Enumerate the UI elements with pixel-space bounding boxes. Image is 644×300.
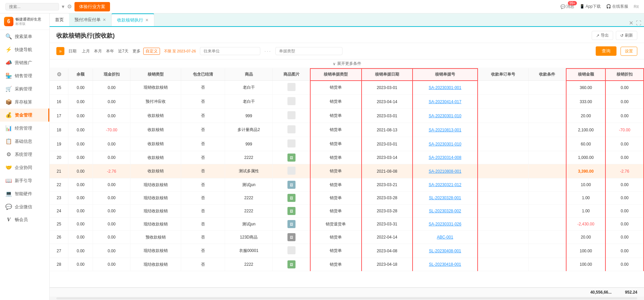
td-verify-no[interactable]: SL-20230408-001 [413, 244, 478, 258]
headset-icon: 🎧 [606, 4, 611, 9]
query-btn[interactable]: 查询 [596, 46, 616, 56]
td-no: 28 [50, 258, 68, 271]
td-no: 26 [50, 231, 68, 244]
verify-no-link[interactable]: SL-20230418-001 [429, 262, 461, 267]
td-goods: 999 [225, 109, 273, 123]
app-download[interactable]: 📱 App下载 [580, 4, 601, 9]
verify-no-link[interactable]: SA-20210808-001 [429, 169, 461, 174]
date-more[interactable]: 更多 [131, 48, 142, 55]
sidebar-item-label: 经营管理 [15, 125, 32, 131]
sidebar-item-wechat[interactable]: 💬 企业微信 [0, 200, 49, 213]
sidebar-item-enterprise[interactable]: 🤝 企业协同 [0, 161, 49, 174]
sidebar-item-search-menu[interactable]: 🔍 搜索菜单 [0, 30, 49, 43]
date-filter-links: 上月 本月 本年 近7天 更多 自定义 [80, 48, 160, 55]
verify-no-link[interactable]: SL-20230328-002 [429, 209, 461, 213]
td-verify-no[interactable]: SL-20230328-001 [413, 191, 478, 205]
close-tab-btn[interactable]: ✕ [629, 20, 633, 26]
sidebar-item-member[interactable]: V 畅会员 [0, 213, 49, 226]
date-this-year[interactable]: 本年 [105, 48, 115, 55]
verify-no-link[interactable]: SA-20230301-001 [429, 85, 461, 90]
refresh-btn[interactable]: ↺ 刷新 [616, 31, 637, 40]
td-verify-no[interactable]: SA-20210813-001 [413, 123, 478, 137]
verify-no-link[interactable]: SA-20230414-017 [429, 99, 461, 104]
date-7days[interactable]: 近7天 [117, 48, 130, 55]
date-last-month[interactable]: 上月 [80, 48, 91, 55]
table-area[interactable]: ⚙ 余额 现金折扣 核销类型 包含已结清 商品 商品图片 核销单据类型 核销单据… [50, 68, 644, 287]
td-goods-img: 🖼 [273, 258, 311, 271]
sidebar-item-sales[interactable]: 🏪 销售管理 [0, 69, 49, 82]
td-verify-no[interactable]: SA-20230414-017 [413, 95, 478, 109]
sidebar-item-capital[interactable]: 💰 资金管理 [0, 109, 49, 122]
sidebar-item-quick-nav[interactable]: ⚡ 快捷导航 [0, 43, 49, 56]
sidebar-item-guide[interactable]: 📖 新手引导 [0, 174, 49, 187]
td-verify-no[interactable]: SA-20230321-012 [413, 178, 478, 191]
td-verify-no[interactable]: SL-20230328-002 [413, 205, 478, 218]
online-service[interactable]: 🎧 在线客服 [606, 4, 628, 9]
sidebar-item-marketing[interactable]: 📣 营销推广 [0, 56, 49, 69]
industry-btn[interactable]: 体验行业方案 [74, 2, 110, 11]
sidebar-item-sys-mgmt[interactable]: ⚙ 系统管理 [0, 148, 49, 161]
settings-icon[interactable]: ⚙ [57, 72, 61, 77]
sidebar-item-label: 基础信息 [15, 138, 32, 144]
message-wrap[interactable]: 💬 消息 99+ [560, 4, 574, 9]
refresh-icon: ↺ [620, 33, 624, 38]
td-goods-img [273, 81, 311, 95]
td-verify-no[interactable]: SA-20230314-008 [413, 151, 478, 164]
tab-receipts-close[interactable]: ✕ [145, 18, 149, 23]
gear-icon[interactable]: ⚙ [67, 3, 72, 10]
doc-type-input[interactable] [275, 47, 342, 55]
expand-more-btn[interactable]: ∨ 展开更多条件 [333, 61, 361, 67]
tab-receipts[interactable]: 收款核销执行 ✕ [111, 13, 154, 26]
settings-btn[interactable]: 设置 [621, 47, 637, 56]
sidebar-item-inventory[interactable]: 📦 库存核算 [0, 95, 49, 109]
filter-toggle-btn[interactable]: » [56, 47, 64, 55]
user-name: Rit [634, 4, 639, 9]
sidebar: 6 畅捷通谱好生意 标准版 🔍 搜索菜单 ⚡ 快捷导航 📣 营销推广 🏪 销售管… [0, 13, 50, 300]
td-verify-no[interactable]: SA-20230301-010 [413, 109, 478, 123]
td-include-settled: 否 [181, 231, 225, 244]
td-verify-no[interactable]: SA-20210808-001 [413, 164, 478, 178]
verify-no-link[interactable]: SA-20230301-010 [429, 114, 461, 118]
td-verify-no[interactable]: SA-20230301-010 [413, 137, 478, 151]
td-verify-no[interactable]: ABC-001 [413, 231, 478, 244]
th-verify-amount: 核销金额 [566, 69, 606, 81]
verify-no-link[interactable]: SA-20230301-010 [429, 142, 461, 146]
dropdown-icon[interactable]: ▾ [62, 3, 64, 10]
td-verify-no[interactable]: SA-20230301-001 [413, 81, 478, 95]
verify-no-link[interactable]: SL-20230328-001 [429, 196, 461, 200]
verify-no-link[interactable]: ABC-001 [437, 235, 453, 240]
td-verify-discount: 0.00 [605, 109, 644, 123]
sidebar-item-purchase[interactable]: 🛒 采购管理 [0, 82, 49, 95]
td-cash-discount: 0.00 [93, 244, 130, 258]
td-verify-discount: 0.00 [605, 244, 644, 258]
th-settings[interactable]: ⚙ [50, 69, 68, 81]
expand-tab-btn[interactable]: ⛶ [636, 20, 641, 26]
guide-icon: 📖 [5, 177, 12, 184]
tab-prepay-close[interactable]: ✕ [103, 17, 106, 22]
export-btn[interactable]: ↗ 导出 [592, 31, 613, 40]
purchase-icon: 🛒 [5, 86, 12, 92]
search-input[interactable] [5, 3, 59, 10]
tab-prepay[interactable]: 预付冲应付单 ✕ [69, 13, 111, 26]
sidebar-item-basic-info[interactable]: 📋 基础信息 [0, 135, 49, 148]
verify-no-link[interactable]: SA-20230321-012 [429, 182, 461, 187]
td-no: 25 [50, 218, 68, 231]
verify-no-link[interactable]: SA-20230314-008 [429, 155, 461, 160]
search-menu-icon: 🔍 [5, 33, 12, 40]
tab-home[interactable]: 首页 [50, 13, 69, 26]
td-verify-no[interactable]: SL-20230418-001 [413, 258, 478, 271]
td-include-settled: 否 [181, 137, 225, 151]
scroll-bar[interactable] [56, 297, 637, 299]
verify-no-link[interactable]: SA-20210813-001 [429, 128, 461, 132]
date-custom[interactable]: 自定义 [143, 48, 160, 55]
verify-no-link[interactable]: SL-20230408-001 [429, 249, 461, 253]
sidebar-item-smart-hw[interactable]: 💻 智能硬件 [0, 187, 49, 200]
td-verify-no[interactable]: SA-20230331-026 [413, 218, 478, 231]
td-verify-doc-type: 销货单 [310, 191, 361, 205]
party-input[interactable] [200, 47, 260, 55]
td-no: 21 [50, 164, 68, 178]
sidebar-item-operation[interactable]: 📊 经营管理 [0, 122, 49, 135]
verify-no-link[interactable]: SA-20230331-026 [429, 222, 461, 226]
date-this-month[interactable]: 本月 [93, 48, 103, 55]
inventory-icon: 📦 [5, 99, 12, 105]
